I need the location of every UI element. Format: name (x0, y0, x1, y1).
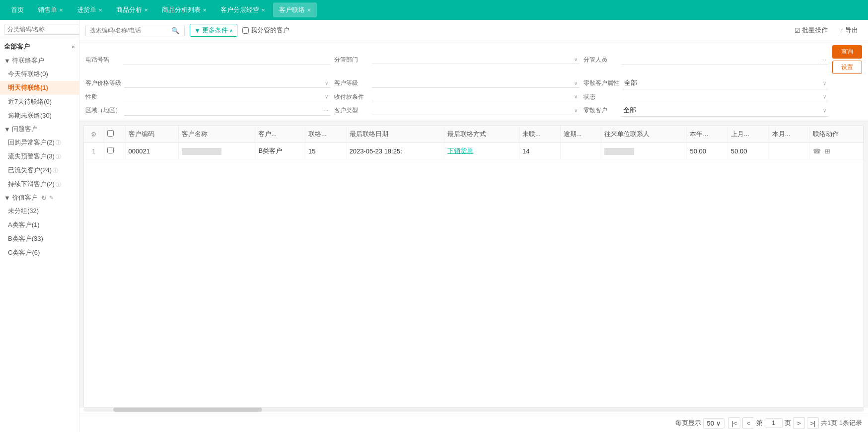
horizontal-scrollbar[interactable] (83, 408, 864, 412)
chevron-down-icon: ∨ (574, 57, 578, 62)
sidebar-item-a-class[interactable]: A类客户(1) (0, 218, 79, 232)
settings-icon[interactable]: ⚙ (91, 131, 97, 138)
th-name: 客户名称 (179, 126, 255, 143)
nav-product-analysis[interactable]: 商品分析 ✕ (110, 2, 154, 17)
sidebar-item-tomorrow[interactable]: 明天待联络(1) (0, 81, 79, 95)
prev-page-btn[interactable]: < (742, 417, 754, 429)
chevron-down-icon: ∨ (574, 80, 578, 86)
nav-customer-contact[interactable]: 客户联络 ✕ (273, 2, 317, 17)
manager-select[interactable]: ··· (621, 55, 828, 65)
content-area: 🔍 ▼ 更多条件 ∧ 我分管的客户 ☑ 批量操作 ↑ 导出 (79, 20, 868, 432)
my-customers-checkbox[interactable] (242, 27, 249, 34)
nav-home[interactable]: 首页 (5, 2, 30, 17)
retail-attr-select[interactable]: 全部 ∨ (622, 77, 828, 89)
select-all-checkbox[interactable] (107, 130, 114, 137)
close-icon[interactable]: ✕ (203, 7, 207, 13)
customer-name-masked (182, 148, 221, 155)
close-icon[interactable]: ✕ (59, 7, 63, 13)
next-page-btn[interactable]: > (793, 417, 805, 429)
th-last-month: 上月... (728, 126, 769, 143)
page-size-select[interactable]: 50 ∨ (703, 418, 724, 429)
more-action-icon[interactable]: ⊞ (825, 147, 830, 155)
sidebar-item-b-class[interactable]: B类客户(33) (0, 232, 79, 246)
filter-icon: ▼ (194, 27, 201, 34)
chevron-down-icon: ∨ (325, 94, 328, 99)
contact-action-icon[interactable]: ☎ (813, 147, 821, 155)
payment-select[interactable]: ∨ (372, 92, 579, 101)
dots-icon[interactable]: ··· (821, 56, 826, 63)
sidebar-item-week[interactable]: 近7天待联络(0) (0, 95, 79, 109)
sidebar-item-churned[interactable]: 已流失客户(24) ⓘ (0, 163, 79, 177)
all-customers-header[interactable]: 全部客户 « (0, 39, 79, 54)
filter-more-btn[interactable]: ▼ 更多条件 ∧ (190, 24, 237, 37)
export-btn[interactable]: ↑ 导出 (837, 24, 863, 36)
td-checkbox[interactable] (104, 143, 125, 159)
value-group-refresh-icon[interactable]: ↻ (41, 194, 47, 202)
search-icon[interactable]: 🔍 (171, 27, 179, 34)
info-icon[interactable]: ⓘ (56, 139, 61, 146)
retail-select[interactable]: 全部 ∨ (621, 104, 828, 117)
sidebar-item-ungrouped[interactable]: 未分组(32) (0, 204, 79, 218)
page-input[interactable] (765, 418, 783, 428)
my-customers-checkbox-wrap[interactable]: 我分管的客户 (242, 26, 289, 35)
td-no: 1 (84, 143, 104, 159)
area-select[interactable]: ··· (124, 105, 330, 116)
sidebar-item-declining[interactable]: 持续下滑客户(2) ⓘ (0, 177, 79, 191)
action-icons-wrap: ☎ ⊞ (813, 147, 860, 155)
value-group-edit-icon[interactable]: ✎ (49, 195, 54, 201)
th-settings[interactable]: ⚙ (84, 126, 104, 143)
chevron-up-icon: ∧ (229, 28, 233, 33)
dept-select[interactable]: ∨ (372, 55, 579, 64)
last-page-btn[interactable]: >| (807, 417, 819, 429)
info-icon[interactable]: ⓘ (56, 153, 61, 160)
close-icon[interactable]: ✕ (307, 7, 311, 13)
nature-select[interactable]: ∨ (123, 92, 330, 101)
dots-icon[interactable]: ··· (323, 107, 328, 114)
customer-type-select[interactable]: ∨ (372, 106, 579, 115)
top-nav: 首页 销售单 ✕ 进货单 ✕ 商品分析 ✕ 商品分析列表 ✕ 客户分层经营 ✕ … (0, 0, 868, 20)
table-header-row: ⚙ 客户编码 客户名称 客户... 联络... 最后联络日期 最后联络方式 未联… (84, 126, 864, 143)
settings-button[interactable]: 设置 (832, 61, 862, 74)
sidebar-search-input[interactable] (4, 24, 79, 35)
close-icon[interactable]: ✕ (261, 7, 265, 13)
close-icon[interactable]: ✕ (98, 7, 102, 13)
customer-table: ⚙ 客户编码 客户名称 客户... 联络... 最后联络日期 最后联络方式 未联… (84, 126, 864, 159)
td-type: B类客户 (255, 143, 305, 159)
page-size-value: 50 (707, 420, 714, 427)
first-page-btn[interactable]: |< (728, 417, 740, 429)
nav-sales[interactable]: 销售单 ✕ (32, 2, 69, 17)
price-grade-select[interactable]: ∨ (124, 79, 330, 88)
page-size-wrap: 每页显示 50 ∨ (675, 418, 724, 429)
customer-grade-select[interactable]: ∨ (372, 79, 579, 88)
batch-ops-btn[interactable]: ☑ 批量操作 (791, 24, 832, 36)
status-select[interactable]: ∨ (621, 92, 828, 101)
sidebar-item-overdue[interactable]: 逾期未联络(30) (0, 109, 79, 123)
info-icon[interactable]: ⓘ (56, 181, 61, 188)
page-size-label: 每页显示 (675, 419, 701, 428)
sidebar-item-today[interactable]: 今天待联络(0) (0, 67, 79, 81)
nav-product-analysis-list[interactable]: 商品分析列表 ✕ (156, 2, 213, 17)
chevron-down-icon: ∨ (716, 420, 721, 427)
phone-input[interactable] (123, 55, 330, 65)
scrollbar-thumb[interactable] (113, 408, 262, 412)
nav-customer-tier[interactable]: 客户分层经营 ✕ (215, 2, 271, 17)
sidebar-item-abnormal[interactable]: 回购异常客户(2) ⓘ (0, 136, 79, 149)
nav-purchase[interactable]: 进货单 ✕ (71, 2, 108, 17)
th-checkbox[interactable] (104, 126, 125, 143)
sidebar-item-c-class[interactable]: C类客户(6) (0, 246, 79, 260)
row-checkbox[interactable] (107, 147, 114, 153)
sidebar-item-churn-warning[interactable]: 流失预警客户(3) ⓘ (0, 149, 79, 163)
td-this-month (769, 143, 810, 159)
td-no-contact: 14 (519, 143, 560, 159)
query-button[interactable]: 查询 (832, 45, 862, 59)
last-method-link[interactable]: 下销货单 (447, 147, 473, 154)
search-input[interactable] (90, 27, 169, 34)
status-label: 状态 (583, 93, 618, 101)
chevron-down-icon: ∨ (823, 94, 826, 99)
all-customers-label: 全部客户 (4, 42, 30, 51)
sidebar: 🔍 全部客户 « ▼ 待联络客户 今天待联络(0) 明天待联络(1) 近7天待联… (0, 20, 79, 432)
close-icon[interactable]: ✕ (144, 7, 148, 13)
th-overdue: 逾期... (560, 126, 601, 143)
info-icon[interactable]: ⓘ (53, 167, 58, 174)
th-contact-person: 往来单位联系人 (601, 126, 687, 143)
